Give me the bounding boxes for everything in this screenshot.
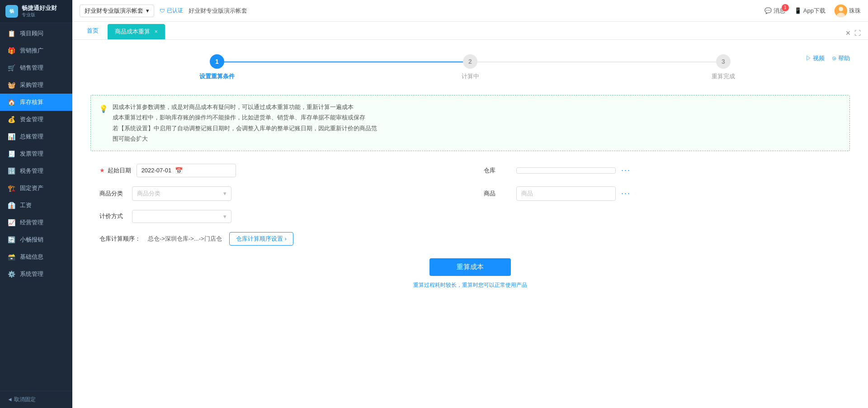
- sidebar-edition: 专业版: [22, 12, 57, 18]
- invoice-icon: 🧾: [7, 150, 15, 157]
- account-select[interactable]: 好业财专业版演示帐套 ▾: [80, 5, 154, 17]
- start-date-label: ★ 起始日期: [99, 166, 131, 175]
- topbar-actions: 💬 消息 1 📱 App下载 珠珠: [764, 5, 861, 17]
- sidebar-item-sales[interactable]: 🛒 销售管理: [0, 59, 72, 76]
- sidebar-title-block: 畅捷通好业财 专业版: [22, 5, 57, 18]
- sidebar-item-project[interactable]: 📋 项目顾问: [0, 25, 72, 42]
- sidebar-item-inventory[interactable]: 🏠 库存核算: [0, 94, 72, 111]
- chevron-down-icon: ▾: [146, 7, 149, 14]
- sidebar-item-label-invoice: 发票管理: [20, 150, 43, 158]
- ops-icon: 📈: [7, 219, 15, 226]
- warehouse-order-row: 仓库计算顺序： 总仓->深圳仓库->...->门店仓 仓库计算顺序设置 ›: [99, 232, 841, 246]
- sidebar-item-fixed[interactable]: 🏗️ 固定资产: [0, 180, 72, 197]
- form-row-1: ★ 起始日期 2022-07-01 📅 仓库 ···: [99, 164, 841, 177]
- sidebar-item-label-sales: 销售管理: [20, 64, 43, 72]
- goods-placeholder: 商品: [521, 190, 533, 198]
- fixed-icon: 🏗️: [7, 185, 15, 192]
- info-text: 因成本计算参数调整，或是对商品成本有疑问时，可以通过成本重算功能，重新计算一遍成…: [113, 102, 377, 144]
- chevron-down-icon: ▾: [223, 213, 226, 220]
- info-line-4: 围可能会扩大: [113, 133, 377, 144]
- sidebar-item-purchase[interactable]: 🧺 采购管理: [0, 76, 72, 94]
- category-select[interactable]: 商品分类 ▾: [132, 186, 231, 201]
- verified-text: 已认证: [167, 7, 183, 14]
- warehouse-more-button[interactable]: ···: [621, 166, 631, 175]
- category-label: 商品分类: [99, 190, 127, 198]
- calendar-icon[interactable]: 📅: [175, 167, 183, 174]
- warehouse-order-value: 总仓->深圳仓库->...->门店仓: [148, 235, 222, 243]
- sidebar-item-ledger[interactable]: 📊 总账管理: [0, 128, 72, 145]
- sidebar-item-system[interactable]: ⚙️ 系统管理: [0, 266, 72, 283]
- message-badge: 1: [782, 4, 789, 11]
- mobile-icon: 📱: [794, 7, 802, 14]
- step-2: 2 计算中: [344, 54, 597, 81]
- steps-helper: ▷ 视频 ⊙ 帮助: [806, 54, 850, 62]
- form-section: ★ 起始日期 2022-07-01 📅 仓库 ···: [90, 164, 850, 289]
- sidebar-item-expense[interactable]: 🔄 小畅报销: [0, 231, 72, 248]
- video-link[interactable]: ▷ 视频: [806, 54, 825, 62]
- maximize-button[interactable]: ⛶: [854, 29, 861, 37]
- inventory-icon: 🏠: [7, 99, 15, 106]
- recalc-section: 重算成本 重算过程耗时较长，重算时您可以正常使用产品: [99, 258, 841, 289]
- warehouse-order-settings-button[interactable]: 仓库计算顺序设置 ›: [229, 232, 293, 246]
- sidebar-unpin-button[interactable]: ◄ 取消固定: [0, 391, 72, 408]
- tab-home[interactable]: 首页: [80, 23, 106, 39]
- content-area: 1 设置重算条件 2 计算中 3 重算完成 ▷ 视频 ⊙ 帮助: [72, 40, 868, 408]
- info-line-3: 若【系统设置】中启用了自动调整记账日期时，会调整入库单的整单记账日期，因此重新计…: [113, 123, 377, 133]
- purchase-icon: 🧺: [7, 81, 15, 89]
- steps-container: 1 设置重算条件 2 计算中 3 重算完成 ▷ 视频 ⊙ 帮助: [90, 54, 850, 81]
- step-3-label: 重算完成: [712, 72, 735, 81]
- warehouse-field: 仓库 ···: [484, 166, 841, 175]
- warehouse-order-label: 仓库计算顺序：: [99, 235, 141, 243]
- info-box: 💡 因成本计算参数调整，或是对商品成本有疑问时，可以通过成本重算功能，重新计算一…: [90, 95, 850, 151]
- main-area: 好业财专业版演示帐套 ▾ 🛡 已认证 好业财专业版演示帐套 💬 消息 1 📱 A…: [72, 0, 868, 408]
- sidebar-item-tax[interactable]: 🔢 税务管理: [0, 162, 72, 180]
- tab-close-button[interactable]: ×: [155, 28, 158, 35]
- category-field: 商品分类 商品分类 ▾: [99, 186, 457, 201]
- close-window-button[interactable]: ✕: [845, 29, 851, 37]
- sidebar: 畅 畅捷通好业财 专业版 📋 项目顾问 🎁 营销推广 🛒 销售管理 🧺 采购管理…: [0, 0, 72, 408]
- step-2-circle: 2: [463, 54, 477, 69]
- tab-cost-recalc[interactable]: 商品成本重算 ×: [108, 24, 165, 39]
- pricing-field: 计价方式 ▾: [99, 210, 457, 223]
- help-link[interactable]: ⊙ 帮助: [832, 54, 850, 62]
- required-star: ★: [99, 167, 105, 174]
- sidebar-item-label-inventory: 库存核算: [20, 98, 43, 106]
- marketing-icon: 🎁: [7, 47, 15, 54]
- goods-more-button[interactable]: ···: [621, 189, 631, 198]
- tabbar: 首页 商品成本重算 × ✕ ⛶: [72, 22, 868, 40]
- form-row-3: 计价方式 ▾: [99, 210, 841, 223]
- category-placeholder: 商品分类: [137, 190, 160, 198]
- logo-icon: 畅: [5, 5, 18, 18]
- sidebar-item-payroll[interactable]: 👔 工资: [0, 197, 72, 214]
- account-name: 好业财专业版演示帐套: [189, 7, 247, 15]
- user-profile[interactable]: 珠珠: [835, 5, 861, 17]
- sidebar-item-label-ledger: 总账管理: [20, 133, 43, 141]
- sidebar-item-label-fixed: 固定资产: [20, 184, 43, 192]
- sidebar-item-ops[interactable]: 📈 经营管理: [0, 214, 72, 231]
- pricing-select[interactable]: ▾: [132, 210, 231, 223]
- app-download-button[interactable]: 📱 App下载: [794, 7, 826, 15]
- sidebar-item-label-ops: 经营管理: [20, 218, 43, 227]
- tax-icon: 🔢: [7, 167, 15, 175]
- sidebar-item-invoice[interactable]: 🧾 发票管理: [0, 145, 72, 162]
- user-name: 珠珠: [849, 7, 861, 15]
- app-download-label: App下载: [803, 7, 826, 15]
- form-row-2: 商品分类 商品分类 ▾ 商品 商品 ···: [99, 186, 841, 201]
- recalc-button[interactable]: 重算成本: [429, 258, 511, 276]
- tab-active-label: 商品成本重算: [115, 28, 150, 35]
- info-icon: 💡: [99, 103, 108, 144]
- sidebar-item-label-tax: 税务管理: [20, 167, 43, 175]
- step-3-num: 3: [722, 58, 725, 65]
- sidebar-item-basic[interactable]: 🗃️ 基础信息: [0, 248, 72, 266]
- chevron-right-icon: ›: [285, 235, 287, 242]
- info-line-2: 成本重算过程中，影响库存账的操作均不能操作，比如进货单、销货单、库存单据不能审核…: [113, 112, 377, 123]
- ledger-icon: 📊: [7, 133, 15, 140]
- date-value: 2022-07-01: [142, 167, 172, 174]
- sidebar-item-finance[interactable]: 💰 资金管理: [0, 111, 72, 128]
- sidebar-item-label-purchase: 采购管理: [20, 81, 43, 89]
- start-date-input[interactable]: 2022-07-01 📅: [137, 164, 236, 177]
- goods-input[interactable]: 商品: [516, 186, 616, 201]
- sidebar-item-marketing[interactable]: 🎁 营销推广: [0, 42, 72, 59]
- messages-button[interactable]: 💬 消息 1: [764, 7, 785, 15]
- warehouse-input[interactable]: [516, 167, 616, 174]
